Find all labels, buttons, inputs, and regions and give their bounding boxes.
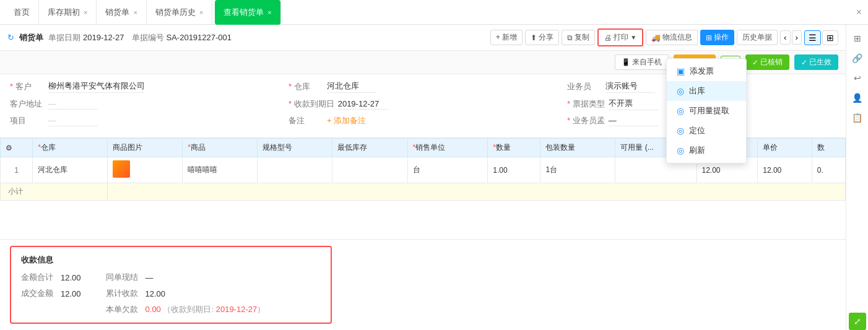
tab-home[interactable]: 首页 [5,0,39,25]
tab-sales-label: 销货单 [105,7,129,18]
prev-button[interactable]: ‹ [780,30,790,45]
tab-sales-history-close[interactable]: × [199,9,203,16]
copy-label: 复制 [575,32,589,43]
new-button[interactable]: + 新增 [490,30,523,45]
right-panel: ⊞ 🔗 ↩ 👤 📋 ⤢ [846,25,868,330]
subtotal-row: 小计 [1,183,846,201]
outbound-label: 出库 [689,85,705,97]
add-invoice-icon: ▣ [677,66,685,76]
tab-view-sales-close[interactable]: × [267,9,271,16]
right-icon-expand[interactable]: ⤢ [849,313,866,330]
refresh-label: 刷新 [689,145,705,156]
tab-sales-history[interactable]: 销货单历史 × [147,0,212,25]
tab-view-sales[interactable]: 查看销货单 × [215,0,280,25]
tab-inventory-label: 库存期初 [48,7,80,18]
row-product-img [108,157,183,183]
col-warehouse: *仓库 [33,139,108,157]
cumulative-value: 12.00 [145,289,166,298]
dropdown-add-invoice[interactable]: ▣ 添发票 [667,61,746,81]
payment-date-field: 收款到期日 2019-12-27 [289,98,557,110]
share-label: 分享 [539,32,553,43]
warehouse-label: 仓库 [289,81,323,92]
doc-date-field: 单据日期 2019-12-27 [48,32,124,43]
right-icon-1[interactable]: ⊞ [849,30,866,47]
add-note-label: + 添加备注 [327,115,366,126]
dropdown-refresh[interactable]: ◎ 刷新 [667,141,746,160]
customer-field: 客户 柳州粤港平安气体有限公司 [10,80,279,93]
staff-value: 演示账号 [605,80,655,93]
logistics-label: 物流信息 [662,32,692,43]
tab-inventory-close[interactable]: × [84,9,87,16]
from-phone-button[interactable]: 📱 来自手机 [615,54,669,70]
warehouse-field: 仓库 河北仓库 [289,80,557,93]
collection-same-order: 同单现结 — [106,272,266,283]
confirmed-effective-button[interactable]: ✓ 已生效 [794,54,838,70]
staff2-label: 业务员孟 [567,115,605,126]
row-pack-qty: 1台 [540,157,615,183]
col-product: *商品 [183,139,258,157]
available-qty-label: 可用量提取 [689,105,729,116]
tab-sales-history-label: 销货单历史 [155,7,196,18]
confirmed-cancelled-button[interactable]: ✓ 已核销 [745,54,789,70]
doc-date-label: 单据日期 [48,32,80,43]
collection-col-left: 金额合计 12.00 成交金额 12.00 [21,272,81,315]
right-icon-3[interactable]: ↩ [849,69,866,87]
right-icon-2[interactable]: 🔗 [849,50,866,67]
view-grid-button[interactable]: ⊞ [822,30,838,45]
bottom-panel: 收款信息 金额合计 12.00 成交金额 12.00 [0,240,846,330]
row-qty: 1.00 [488,157,540,183]
right-icon-4[interactable]: 👤 [849,89,866,106]
view-list-button[interactable]: ☰ [804,30,821,45]
subtotal-values [108,183,846,201]
project-value: — [48,116,98,126]
collection-box: 收款信息 金额合计 12.00 成交金额 12.00 [10,246,332,324]
arrears-value: 0.00 （收款到期日: 2019-12-27） [145,304,266,315]
tab-inventory[interactable]: 库存期初 × [39,0,97,25]
dropdown-outbound[interactable]: ◎ 出库 [667,81,746,101]
dropdown-available-qty[interactable]: ◎ 可用量提取 [667,101,746,121]
nav-arrows: ‹ › [780,30,802,45]
operate-label: 操作 [714,32,729,43]
subtotal-label: 小计 [1,183,108,201]
same-order-label: 同单现结 [106,272,141,283]
locate-label: 定位 [689,125,705,136]
col-product-img: 商品图片 [108,139,183,157]
doc-date-value: 2019-12-27 [83,33,124,42]
outbound-icon: ◎ [677,86,684,96]
copy-button[interactable]: ⧉ 复制 [562,30,595,45]
tab-sales-close[interactable]: × [133,9,137,16]
same-order-value: — [145,273,154,282]
operate-button[interactable]: ⊞ 操作 [700,30,734,45]
note-field: 备注 + 添加备注 [289,115,557,126]
refresh-icon: ◎ [677,145,684,155]
col-settings[interactable]: ⚙ [1,139,33,157]
col-amount: 数 [812,139,845,157]
tab-sales[interactable]: 销货单 × [97,0,146,25]
history-button[interactable]: 历史单据 [737,30,778,45]
total-amount-label: 金额合计 [21,272,56,283]
dropdown-locate[interactable]: ◎ 定位 [667,121,746,141]
tab-view-sales-label: 查看销货单 [224,7,264,18]
deal-amount-value: 12.00 [61,289,81,298]
print-button[interactable]: 🖨 打印 ▼ [599,30,641,45]
view-buttons: ☰ ⊞ [804,30,838,45]
ticket-type-value: 不开票 [609,98,658,110]
add-note-button[interactable]: + 添加备注 [327,115,366,126]
row-spec [258,157,332,183]
right-icon-5[interactable]: 📋 [849,109,866,126]
logistics-button[interactable]: 🚚 物流信息 [646,30,698,45]
print-label: 打印 [614,32,628,43]
cumulative-label: 累计收款 [106,288,141,299]
share-button[interactable]: ⬆ 分享 [525,30,559,45]
row-product: 嘻嘻嘻嘻 [183,157,258,183]
col-min-stock: 最低库存 [332,139,407,157]
collection-rows: 金额合计 12.00 成交金额 12.00 同单现结 — [21,272,321,315]
doc-number-value: SA-20191227-001 [167,33,232,42]
next-button[interactable]: › [792,30,802,45]
new-label: + 新增 [496,32,517,43]
window-close-icon[interactable]: × [856,7,862,18]
doc-title: 销货单 [19,32,43,43]
col-pack-qty: 包装数量 [540,139,615,157]
col-unit: *销售单位 [407,139,488,157]
collection-title: 收款信息 [21,254,321,266]
